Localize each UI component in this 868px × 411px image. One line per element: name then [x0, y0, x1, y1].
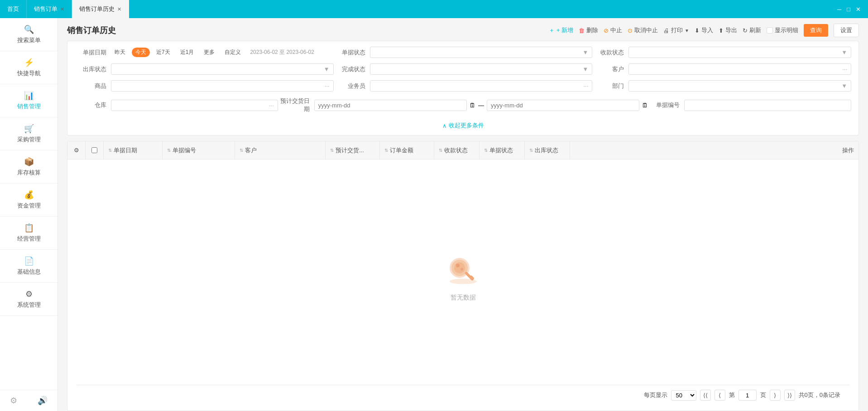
date-btn-today[interactable]: 今天: [132, 48, 150, 57]
customer-select[interactable]: ···: [628, 63, 851, 75]
sidebar-item-basicinfo[interactable]: 📄 基础信息: [0, 250, 58, 283]
th-num[interactable]: ⇅ 单据编号: [163, 141, 235, 159]
stop-button[interactable]: ⊘ 中止: [604, 26, 622, 34]
page-last-button[interactable]: ⟩⟩: [784, 390, 795, 401]
window-close-icon[interactable]: ✕: [856, 6, 861, 13]
window-maximize-icon[interactable]: □: [847, 6, 850, 13]
date-btn-1month[interactable]: 近1月: [177, 48, 198, 57]
cancel-stop-button[interactable]: ⊙ 取消中止: [628, 26, 658, 34]
warehouse-select[interactable]: ···: [111, 100, 278, 111]
warehouse-dots-icon[interactable]: ···: [269, 102, 274, 109]
export-icon: ⬆: [719, 27, 724, 34]
warehouse-control[interactable]: ···: [111, 100, 278, 111]
sidebar-item-purchase[interactable]: 🛒 采购管理: [0, 117, 58, 150]
print-button[interactable]: 🖨 打印 ▼: [663, 26, 689, 34]
delete-icon: 🗑: [579, 27, 585, 34]
customer-control[interactable]: ···: [628, 63, 851, 75]
tab-sales-order-close-icon[interactable]: ✕: [60, 6, 64, 12]
query-button[interactable]: 查询: [804, 24, 828, 37]
sidebar-item-finance[interactable]: 💰 资金管理: [0, 184, 58, 217]
sidebar-item-quicknav[interactable]: ⚡ 快捷导航: [0, 51, 58, 84]
collapse-text: 收起更多条件: [449, 121, 484, 130]
sidebar-item-operation[interactable]: 📋 经营管理: [0, 217, 58, 250]
date-btn-yesterday[interactable]: 昨天: [111, 48, 129, 57]
sidebar-item-search[interactable]: 🔍 搜索菜单: [0, 18, 58, 51]
date-btn-more[interactable]: 更多: [200, 48, 218, 57]
sort-icon-date: ⇅: [108, 148, 112, 153]
sidebar-item-system[interactable]: ⚙ 系统管理: [0, 283, 58, 316]
customer-dots-icon[interactable]: ···: [842, 66, 847, 73]
delivery-date-to-input[interactable]: [487, 100, 639, 111]
complete-status-arrow-icon: ▼: [582, 66, 588, 73]
select-all-checkbox[interactable]: [91, 147, 97, 153]
th-checkbox[interactable]: [86, 141, 104, 159]
th-delivery[interactable]: ⇅ 预计交货...: [326, 141, 380, 159]
refresh-button[interactable]: ↻ 刷新: [743, 26, 761, 34]
import-label: 导入: [701, 26, 713, 34]
order-num-control[interactable]: [684, 100, 851, 111]
payment-status-select[interactable]: ▼: [628, 47, 851, 58]
filter-row-goods: 商品 ··· 业务员 ··· 部门: [75, 80, 851, 92]
basicinfo-icon: 📄: [24, 256, 34, 266]
sales-dots-icon[interactable]: ···: [584, 82, 589, 89]
th-payment[interactable]: ⇅ 收款状态: [434, 141, 480, 159]
tab-sales-order[interactable]: 销售订单 ✕: [27, 0, 72, 18]
delivery-date-from-input[interactable]: [314, 100, 467, 111]
svg-point-6: [460, 268, 463, 271]
date-btn-custom[interactable]: 自定义: [221, 48, 245, 57]
export-button[interactable]: ⬆ 导出: [719, 26, 737, 34]
page-next-button[interactable]: ⟩: [770, 390, 781, 401]
content-area: 销售订单历史 ＋ + 新增 🗑 删除 ⊘ 中止 ⊙ 取消中止: [58, 18, 868, 411]
import-button[interactable]: ⬇ 导入: [695, 26, 713, 34]
th-warehouse-status[interactable]: ⇅ 出库状态: [525, 141, 570, 159]
tab-sales-order-history-close-icon[interactable]: ✕: [117, 6, 121, 12]
page-prev-button[interactable]: ⟨: [715, 390, 725, 401]
tab-sales-order-history-label: 销售订单历史: [79, 5, 115, 13]
stop-label: 中止: [610, 26, 622, 34]
display-detail-checkbox[interactable]: [767, 27, 773, 34]
settings-button[interactable]: 设置: [834, 24, 859, 37]
tab-sales-order-history[interactable]: 销售订单历史 ✕: [72, 0, 129, 18]
sidebar-sound-icon[interactable]: 🔊: [38, 396, 48, 406]
order-status-control[interactable]: ▼: [370, 47, 593, 58]
goods-select[interactable]: ···: [111, 80, 334, 92]
sidebar-item-sales[interactable]: 📊 销售管理: [0, 84, 58, 117]
order-num-input[interactable]: [684, 100, 851, 111]
th-amount[interactable]: ⇅ 订单金额: [380, 141, 434, 159]
window-minimize-icon[interactable]: ─: [837, 6, 841, 13]
display-detail-toggle[interactable]: 显示明细: [767, 26, 798, 34]
sidebar-item-inventory[interactable]: 📦 库存核算: [0, 150, 58, 184]
complete-status-select[interactable]: ▼: [370, 63, 593, 75]
print-arrow-icon: ▼: [685, 28, 689, 33]
th-settings[interactable]: ⚙: [67, 141, 86, 159]
table-body: 暂无数据: [67, 160, 858, 385]
add-button[interactable]: ＋ + 新增: [549, 26, 573, 34]
sidebar-settings-icon[interactable]: ⚙: [10, 396, 17, 406]
order-status-select[interactable]: ▼: [370, 47, 593, 58]
svg-point-5: [456, 264, 460, 267]
sales-select[interactable]: ···: [370, 80, 593, 92]
add-label: + 新增: [556, 26, 573, 34]
out-status-control[interactable]: ▼: [111, 63, 334, 75]
tab-home[interactable]: 首页: [0, 0, 27, 18]
out-status-select[interactable]: ▼: [111, 63, 334, 75]
date-btn-7days[interactable]: 近7天: [153, 48, 174, 57]
collapse-up-icon: ∧: [442, 122, 447, 129]
goods-dots-icon[interactable]: ···: [325, 82, 330, 89]
page-input[interactable]: [739, 390, 757, 401]
goods-control[interactable]: ···: [111, 80, 334, 92]
th-order-status[interactable]: ⇅ 单据状态: [480, 141, 525, 159]
per-page-select[interactable]: 50 20 100: [671, 390, 696, 401]
th-customer[interactable]: ⇅ 客户: [235, 141, 326, 159]
delete-button[interactable]: 🗑 删除: [579, 26, 598, 34]
sidebar-item-search-label: 搜索菜单: [17, 36, 41, 44]
collapse-button[interactable]: ∧ 收起更多条件: [75, 119, 851, 130]
complete-status-control[interactable]: ▼: [370, 63, 593, 75]
delivery-date-to-calendar-icon: 🗓: [642, 102, 648, 109]
dept-select[interactable]: ▼: [628, 80, 851, 92]
th-date[interactable]: ⇅ 单据日期: [104, 141, 163, 159]
dept-control[interactable]: ▼: [628, 80, 851, 92]
sales-control[interactable]: ···: [370, 80, 593, 92]
page-first-button[interactable]: ⟨⟨: [700, 390, 711, 401]
payment-status-control[interactable]: ▼: [628, 47, 851, 58]
